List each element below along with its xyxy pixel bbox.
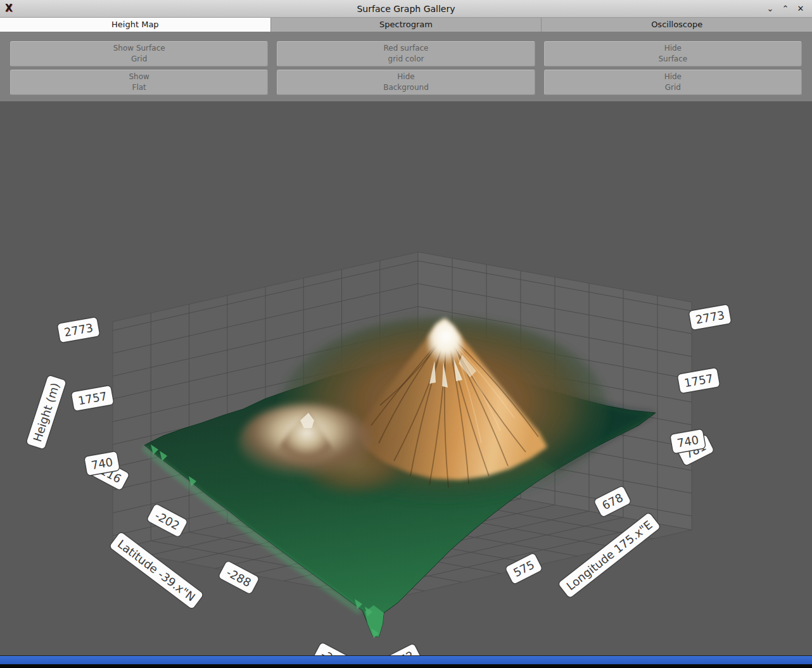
axis-tick-label: 1757	[71, 385, 114, 412]
surface-plot-canvas[interactable]: 781678575472Longitude 175.x"E-116-202-28…	[0, 101, 812, 668]
button-label: Background	[383, 82, 429, 93]
desktop-taskbar[interactable]	[0, 655, 812, 668]
button-label: Hide	[397, 72, 414, 82]
tab-height-map[interactable]: Height Map	[0, 18, 271, 32]
axis-tick-label: 2773	[57, 317, 100, 343]
window-title: Surface Graph Gallery	[0, 4, 812, 14]
close-icon[interactable]: ✕	[796, 4, 806, 13]
hide-grid-button[interactable]: Hide Grid	[544, 70, 802, 95]
button-label: Surface	[658, 54, 687, 65]
tab-spectrogram[interactable]: Spectrogram	[271, 18, 542, 32]
titlebar[interactable]: X Surface Graph Gallery ⌄ ⌃ ✕	[0, 0, 812, 18]
button-label: Red surface	[384, 43, 429, 54]
hide-background-button[interactable]: Hide Background	[277, 70, 535, 95]
height-axis-title: Height (m)	[26, 375, 67, 450]
toggle-surface-grid-button[interactable]: Show Surface Grid	[10, 41, 268, 66]
hide-surface-button[interactable]: Hide Surface	[544, 41, 802, 66]
show-flat-button[interactable]: Show Flat	[10, 70, 268, 95]
surface-plot[interactable]: 781678575472Longitude 175.x"E-116-202-28…	[0, 101, 812, 668]
tab-oscilloscope[interactable]: Oscilloscope	[542, 18, 812, 32]
button-label: grid color	[388, 54, 424, 65]
button-label: Show Surface	[113, 43, 165, 54]
tab-bar: Height Map Spectrogram Oscilloscope	[0, 18, 812, 32]
app-window: X Surface Graph Gallery ⌄ ⌃ ✕ Height Map…	[0, 0, 812, 668]
button-label: Show	[129, 72, 149, 82]
app-icon: X	[5, 4, 13, 13]
window-controls: ⌄ ⌃ ✕	[765, 4, 812, 13]
maximize-icon[interactable]: ⌃	[780, 4, 790, 13]
surface-grid-color-button[interactable]: Red surface grid color	[277, 41, 535, 66]
axis-tick-label: 2773	[688, 304, 732, 331]
button-label: Hide	[664, 43, 682, 54]
button-label: Hide	[664, 72, 682, 82]
button-label: Flat	[132, 82, 146, 93]
button-label: Grid	[131, 54, 147, 65]
toolbar: Show Surface Grid Red surface grid color…	[0, 32, 812, 101]
shade-icon[interactable]: ⌄	[765, 4, 775, 13]
button-label: Grid	[665, 82, 681, 93]
